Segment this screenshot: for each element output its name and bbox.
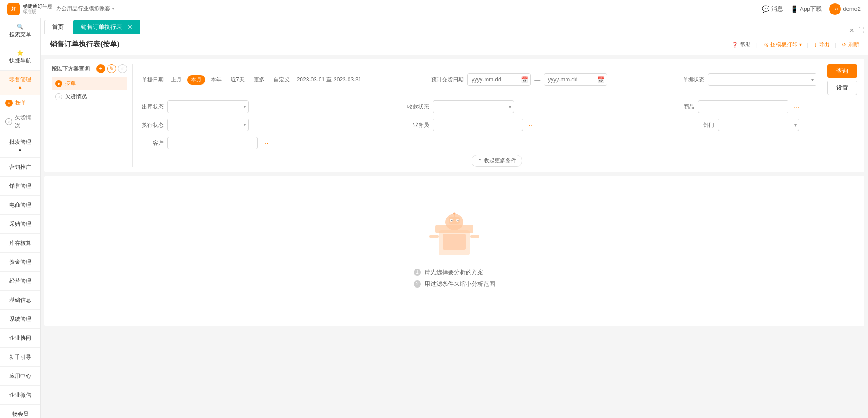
scheme-actions: + ✎ «	[96, 64, 127, 73]
page-header: 销售订单执行表(按单) ❓ 帮助 | 🖨 按模板打印 ▾ | ↓	[41, 34, 868, 55]
sidebar-item-ecommerce[interactable]: 电商管理	[0, 196, 40, 215]
tab-bar: 首页 销售订单执行表 ✕ ✕ ⛶	[41, 18, 868, 34]
salesperson-dots-button[interactable]: ···	[528, 121, 534, 128]
query-button[interactable]: 查询	[827, 64, 857, 78]
date-btn-this-year[interactable]: 本年	[207, 75, 225, 85]
payment-status-select[interactable]	[433, 100, 514, 113]
sidebar-item-business[interactable]: 经营管理	[0, 272, 40, 291]
divider3: |	[835, 41, 836, 48]
filter-row-4: 客户 ···	[137, 137, 857, 149]
collapse-arrow-icon: ⌃	[477, 158, 482, 164]
add-scheme-button[interactable]: +	[96, 64, 105, 73]
empty-svg	[427, 212, 481, 257]
refresh-icon: ↺	[842, 42, 846, 48]
sidebar-item-quick-nav[interactable]: ⭐ 快捷导航	[0, 44, 40, 71]
topbar-left: 好 畅捷通好生意 标准版 办公用品行业模拟账套 ▾	[7, 3, 114, 15]
scheme-item-by-order[interactable]: ● 按单	[52, 77, 127, 90]
status-select[interactable]	[708, 73, 816, 86]
scheme-dot-credit: ○	[55, 93, 62, 100]
tab-home[interactable]: 首页	[44, 20, 71, 34]
logo-text: 畅捷通好生意 标准版	[23, 3, 52, 14]
empty-state: 1 请先选择要分析的方案 2 用过滤条件来缩小分析范围	[44, 176, 864, 326]
scheme-item-credit[interactable]: ○ 欠货情况	[52, 90, 127, 103]
sidebar-sub-order[interactable]: ● 按单	[0, 95, 40, 110]
print-arrow-icon: ▾	[799, 42, 802, 47]
delivery-status-select[interactable]	[167, 100, 249, 113]
sidebar: 🔍 搜索菜单 ⭐ 快捷导航 零售管理 ▲ ● 按单 ○ 欠货情况 批发管理 ▲ …	[0, 18, 41, 418]
user-menu[interactable]: Ea demo2	[829, 3, 861, 15]
topbar-title[interactable]: 办公用品行业模拟账套 ▾	[56, 5, 114, 13]
search-panel-inner: 按以下方案查询 + ✎ « ● 按单 ○	[52, 64, 857, 167]
expected-date-end-wrap: 📅	[544, 73, 607, 86]
content-area: 首页 销售订单执行表 ✕ ✕ ⛶ 销售订单执行表(按单) ❓ 帮助	[41, 18, 868, 418]
goods-input[interactable]	[698, 100, 788, 113]
empty-illustration	[427, 212, 481, 257]
svg-rect-2	[443, 234, 466, 250]
minimize-icon[interactable]: ✕	[849, 27, 854, 34]
app-download-button[interactable]: 📱 App下载	[790, 5, 822, 13]
customer-dots-button[interactable]: ···	[263, 139, 269, 147]
scheme-panel: 按以下方案查询 + ✎ « ● 按单 ○	[52, 64, 133, 167]
goods-label: 商品	[667, 103, 694, 111]
salesperson-label: 业务员	[402, 121, 429, 129]
sidebar-item-member[interactable]: 畅会员	[0, 405, 40, 418]
topbar-right: 💬 消息 📱 App下载 Ea demo2	[762, 3, 861, 15]
date-range-display: 2023-03-01 至 2023-03-31	[297, 76, 362, 84]
date-btn-more[interactable]: 更多	[250, 75, 268, 85]
sidebar-item-newbie[interactable]: 新手引导	[0, 348, 40, 367]
sidebar-item-sales[interactable]: 销售管理	[0, 177, 40, 196]
step1-num: 1	[414, 269, 421, 276]
sidebar-item-marketing[interactable]: 营销推广	[0, 158, 40, 177]
date-btn-last7[interactable]: 近7天	[227, 75, 248, 85]
salesperson-input[interactable]	[433, 119, 523, 131]
sub-dot-credit: ○	[5, 118, 12, 125]
date-btn-last-month[interactable]: 上月	[167, 75, 185, 85]
status-label: 单据状态	[677, 76, 704, 84]
sidebar-item-finance[interactable]: 资金管理	[0, 253, 40, 272]
filter-row-1: 单据日期 上月 本月 本年 近7天 更多 自定义 2023-03-01	[137, 64, 857, 95]
collapse-scheme-button[interactable]: «	[118, 64, 127, 73]
divider2: |	[807, 41, 808, 48]
collapse-row: ⌃ 收起更多条件	[137, 155, 857, 167]
refresh-button[interactable]: ↺ 刷新	[842, 41, 859, 48]
sidebar-item-apps[interactable]: 应用中心	[0, 367, 40, 386]
expected-date-start-input[interactable]	[467, 73, 531, 86]
customer-input[interactable]	[167, 137, 258, 149]
svg-point-8	[458, 220, 459, 221]
sidebar-item-wholesale[interactable]: 批发管理 ▲	[0, 133, 40, 158]
date-btn-custom[interactable]: 自定义	[270, 75, 293, 85]
message-button[interactable]: 💬 消息	[762, 5, 783, 13]
goods-dots-button[interactable]: ···	[794, 103, 799, 110]
settings-button[interactable]: 设置	[827, 81, 857, 95]
sidebar-item-wechat[interactable]: 企业微信	[0, 386, 40, 405]
help-button[interactable]: ❓ 帮助	[731, 41, 751, 48]
sidebar-item-search-menu[interactable]: 🔍 搜索菜单	[0, 18, 40, 44]
search-panel: 按以下方案查询 + ✎ « ● 按单 ○	[44, 59, 864, 172]
tab-close-icon[interactable]: ✕	[127, 24, 132, 30]
date-btn-this-month[interactable]: 本月	[187, 75, 205, 85]
delivery-status-label: 出库状态	[137, 103, 164, 111]
tab-sales-order[interactable]: 销售订单执行表 ✕	[73, 20, 140, 34]
exec-status-select[interactable]	[167, 119, 249, 131]
sidebar-item-basic[interactable]: 基础信息	[0, 291, 40, 310]
sidebar-item-system[interactable]: 系统管理	[0, 310, 40, 329]
export-button[interactable]: ↓ 导出	[814, 41, 830, 48]
filter-row-2: 出库状态 收款状态	[137, 100, 857, 113]
edit-scheme-button[interactable]: ✎	[107, 64, 116, 73]
expected-date-start-wrap: 📅	[467, 73, 531, 86]
customer-label: 客户	[137, 139, 164, 147]
fullscreen-icon[interactable]: ⛶	[858, 27, 864, 34]
sidebar-sub-credit[interactable]: ○ 欠货情况	[0, 110, 40, 133]
print-button[interactable]: 🖨 按模板打印 ▾	[763, 41, 802, 48]
exec-status-wrap	[167, 119, 249, 131]
step2-num: 2	[414, 280, 421, 288]
expected-date-end-input[interactable]	[544, 73, 607, 86]
dept-select[interactable]	[718, 119, 799, 131]
app-download-icon: 📱	[790, 5, 798, 13]
sidebar-item-enterprise[interactable]: 企业协同	[0, 329, 40, 348]
sidebar-item-retail[interactable]: 零售管理 ▲	[0, 71, 40, 95]
sidebar-item-purchase[interactable]: 采购管理	[0, 215, 40, 234]
sidebar-item-inventory[interactable]: 库存核算	[0, 234, 40, 253]
delivery-status-wrap	[167, 100, 249, 113]
collapse-button[interactable]: ⌃ 收起更多条件	[472, 155, 522, 167]
